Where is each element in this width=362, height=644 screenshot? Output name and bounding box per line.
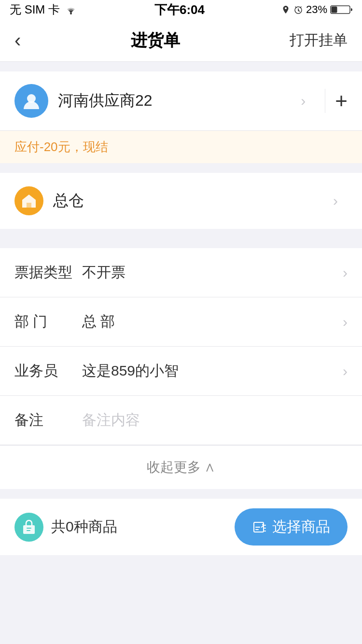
warehouse-building-icon — [20, 192, 38, 210]
department-chevron-icon: › — [343, 314, 348, 330]
nav-bar: ‹ 进货单 打开挂单 — [0, 19, 362, 62]
invoice-type-value: 不开票 — [82, 263, 343, 282]
invoice-type-row[interactable]: 票据类型 不开票 › — [0, 248, 362, 297]
invoice-type-chevron-icon: › — [343, 265, 348, 281]
goods-count-text: 共0种商品 — [51, 517, 117, 537]
person-icon — [21, 91, 42, 111]
warehouse-row[interactable]: 总仓 › — [0, 173, 362, 229]
salesperson-label: 业务员 — [14, 361, 77, 381]
vertical-divider — [325, 89, 325, 113]
invoice-type-label: 票据类型 — [14, 263, 77, 282]
notice-text: 应付-20元，现结 — [14, 140, 108, 154]
warehouse-name: 总仓 — [53, 190, 333, 211]
notice-banner: 应付-20元，现结 — [0, 131, 362, 163]
bottom-bar: 共0种商品 选择商品 — [0, 499, 362, 555]
form-section: 票据类型 不开票 › 部 门 总 部 › 业务员 这是859的小智 › 备注 备… — [0, 248, 362, 489]
open-pending-button[interactable]: 打开挂单 — [290, 30, 348, 50]
supplier-name: 河南供应商22 — [58, 90, 301, 112]
supplier-section: 河南供应商22 › + 应付-20元，现结 — [0, 71, 362, 163]
battery-percent: 23% — [306, 3, 327, 16]
status-bar: 无 SIM 卡 下午6:04 23% — [0, 0, 362, 19]
status-time: 下午6:04 — [154, 1, 205, 18]
select-goods-button[interactable]: 选择商品 — [235, 508, 348, 546]
section-gap-2 — [0, 163, 362, 173]
collapse-row[interactable]: 收起更多 ∧ — [0, 445, 362, 489]
remarks-label: 备注 — [14, 410, 77, 430]
add-button[interactable]: + — [335, 90, 348, 112]
salesperson-chevron-icon: › — [343, 363, 348, 379]
warehouse-icon-wrap — [14, 186, 43, 215]
alarm-icon — [293, 5, 303, 14]
department-value: 总 部 — [82, 312, 343, 332]
department-row[interactable]: 部 门 总 部 › — [0, 297, 362, 347]
select-goods-label: 选择商品 — [272, 517, 330, 537]
battery-icon — [330, 4, 352, 15]
section-gap-1 — [0, 62, 362, 71]
page-title: 进货单 — [131, 29, 180, 52]
remarks-row[interactable]: 备注 备注内容 — [0, 396, 362, 445]
warehouse-section[interactable]: 总仓 › — [0, 173, 362, 229]
select-goods-icon — [252, 519, 267, 535]
page-background — [0, 555, 362, 644]
wifi-icon — [64, 4, 78, 15]
location-icon — [281, 5, 291, 14]
goods-summary: 共0种商品 — [14, 513, 117, 542]
status-right: 23% — [281, 3, 352, 16]
back-button[interactable]: ‹ — [14, 29, 21, 51]
section-gap-3 — [0, 229, 362, 238]
department-label: 部 门 — [14, 312, 77, 332]
warehouse-chevron-icon: › — [333, 193, 338, 209]
status-left: 无 SIM 卡 — [10, 2, 78, 17]
svg-point-0 — [70, 13, 72, 14]
supplier-row[interactable]: 河南供应商22 › + — [0, 71, 362, 131]
remarks-value[interactable]: 备注内容 — [82, 410, 348, 430]
collapse-label: 收起更多 ∧ — [147, 460, 216, 475]
sim-status: 无 SIM 卡 — [10, 2, 60, 17]
supplier-chevron-icon: › — [301, 93, 306, 109]
svg-rect-6 — [27, 203, 31, 208]
salesperson-row[interactable]: 业务员 这是859的小智 › — [0, 347, 362, 396]
goods-icon-wrap — [14, 513, 43, 542]
shopping-bag-icon — [20, 518, 38, 536]
salesperson-value: 这是859的小智 — [82, 361, 343, 381]
supplier-avatar — [14, 84, 48, 118]
svg-rect-3 — [331, 7, 337, 13]
svg-rect-7 — [23, 525, 35, 534]
